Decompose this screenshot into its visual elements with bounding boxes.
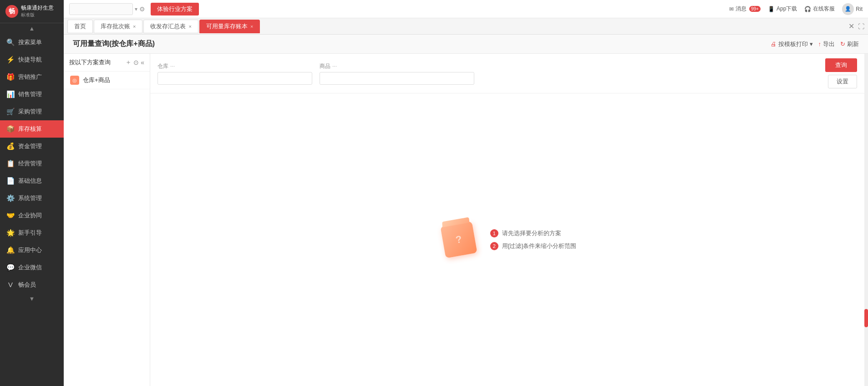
cart-icon: 🛒 (6, 108, 15, 116)
expand-tabs-button[interactable]: ⛶ (858, 23, 864, 30)
warehouse-filter-field: 仓库 ··· (157, 62, 312, 85)
sidebar-item-label: 畅会员 (18, 281, 36, 289)
empty-illustration (438, 219, 479, 260)
topbar-search-input[interactable] (69, 3, 133, 15)
scrollbar-thumb[interactable] (864, 309, 868, 327)
tab-home[interactable]: 首页 (67, 20, 93, 33)
page-header: 可用量查询(按仓库+商品) 🖨 按模板打印 ▾ ↑ 导出 ↻ 刷新 (64, 35, 868, 54)
app-download-label: App下载 (777, 5, 797, 13)
tab-available-qty[interactable]: 可用量库存账本 × (199, 20, 260, 33)
manage-scheme-button[interactable]: ⊙ (133, 59, 139, 66)
sidebar-item-quick-nav[interactable]: ⚡ 快捷导航 (0, 51, 64, 68)
chat-icon: 💬 (6, 263, 15, 272)
sidebar-item-basic[interactable]: 📄 基础信息 (0, 172, 64, 190)
app-name: 畅康通好生意 (21, 5, 54, 12)
headset-icon: 🎧 (804, 6, 811, 12)
empty-box-graphic (440, 221, 477, 258)
topbar-right-actions: ✉ 消息 99+ 📱 App下载 🎧 在线客服 👤 Rit (729, 3, 863, 15)
right-panel: 仓库 ··· 商品 ··· 查询 设置 (150, 54, 864, 386)
hint-num-1: 1 (490, 229, 498, 237)
left-panel-header-actions: ＋ ⊙ « (125, 58, 144, 67)
sidebar-item-cooperation[interactable]: 🤝 企业协同 (0, 207, 64, 224)
refresh-icon: ↻ (840, 41, 845, 47)
tabs-right-actions: ✕ ⛶ (848, 22, 864, 31)
money-icon: 💰 (6, 142, 15, 150)
scheme-item-warehouse-product[interactable]: ◎ 仓库+商品 (64, 72, 150, 89)
message-button[interactable]: ✉ 消息 99+ (729, 5, 761, 13)
sidebar-item-label: 企业微信 (18, 263, 42, 272)
app-download-button[interactable]: 📱 App下载 (768, 5, 797, 13)
sidebar-item-purchase[interactable]: 🛒 采购管理 (0, 103, 64, 120)
empty-state: 1 请先选择要分析的方案 2 用[过滤]条件来缩小分析范围 (150, 93, 864, 386)
sidebar-item-label: 搜索菜单 (18, 38, 42, 46)
export-icon: ↑ (818, 41, 822, 47)
tab-stock-summary[interactable]: 收发存汇总表 × (143, 20, 198, 33)
main-area: ▾ ⚙ 体验行业方案 ✉ 消息 99+ 📱 App下载 🎧 在线客服 👤 (64, 0, 868, 386)
topbar-settings-icon[interactable]: ⚙ (139, 5, 145, 13)
sidebar-item-label: 系统管理 (18, 194, 42, 202)
tab-inventory-batch-close-icon[interactable]: × (133, 24, 136, 29)
product-filter-input[interactable] (320, 72, 474, 85)
topbar-chevron-icon[interactable]: ▾ (135, 6, 137, 12)
scroll-up-btn[interactable]: ▲ (0, 23, 64, 34)
sidebar-item-marketing[interactable]: 🎁 营销推广 (0, 68, 64, 86)
empty-hints-list: 1 请先选择要分析的方案 2 用[过滤]条件来缩小分析范围 (490, 229, 576, 250)
sidebar-item-search[interactable]: 🔍 搜索菜单 (0, 34, 64, 51)
sidebar-logo: 畅 畅康通好生意 标准版 (0, 0, 64, 23)
message-count-badge: 99+ (749, 6, 761, 12)
avatar: 👤 (842, 3, 854, 15)
hint-num-2: 2 (490, 242, 498, 250)
page-header-actions: 🖨 按模板打印 ▾ ↑ 导出 ↻ 刷新 (771, 40, 859, 48)
warehouse-filter-label: 仓库 ··· (157, 62, 312, 70)
sidebar-item-finance[interactable]: 💰 资金管理 (0, 138, 64, 155)
warehouse-filter-input[interactable] (157, 72, 312, 85)
add-scheme-button[interactable]: ＋ (125, 58, 132, 67)
app-version: 标准版 (21, 12, 54, 18)
close-all-tabs-button[interactable]: ✕ (848, 22, 854, 31)
scroll-down-btn[interactable]: ▼ (0, 293, 64, 304)
left-panel-header: 按以下方案查询 ＋ ⊙ « (64, 54, 150, 72)
phone-icon: 📱 (768, 6, 775, 12)
tab-available-qty-close-icon[interactable]: × (250, 24, 253, 29)
export-button[interactable]: ↑ 导出 (818, 40, 835, 48)
print-template-button[interactable]: 🖨 按模板打印 ▾ (771, 40, 813, 48)
sidebar-item-newbie[interactable]: 🌟 新手引导 (0, 224, 64, 242)
sidebar-item-label: 资金管理 (18, 142, 42, 150)
sidebar-item-operations[interactable]: 📋 经营管理 (0, 155, 64, 172)
refresh-button[interactable]: ↻ 刷新 (840, 40, 859, 48)
query-button[interactable]: 查询 (825, 58, 857, 72)
message-label: 消息 (736, 5, 746, 13)
trial-industry-button[interactable]: 体验行业方案 (151, 3, 199, 15)
filter-actions: 查询 设置 (825, 58, 857, 88)
tab-inventory-batch-label: 库存批次账 (101, 22, 130, 31)
box-icon: 📦 (6, 125, 15, 133)
warehouse-label-text: 仓库 (157, 62, 168, 70)
filter-bar: 仓库 ··· 商品 ··· 查询 设置 (150, 54, 864, 93)
tab-home-label: 首页 (74, 22, 86, 31)
topbar-search-area: ▾ ⚙ (69, 3, 145, 15)
sidebar-item-label: 经营管理 (18, 160, 42, 168)
collapse-panel-button[interactable]: « (141, 59, 144, 66)
customer-service-button[interactable]: 🎧 在线客服 (804, 5, 835, 13)
sidebar-item-member[interactable]: V 畅会员 (0, 276, 64, 293)
tab-inventory-batch[interactable]: 库存批次账 × (94, 20, 142, 33)
settings-button[interactable]: 设置 (828, 75, 857, 88)
sidebar-item-inventory[interactable]: 📦 库存核算 (0, 120, 64, 138)
tab-stock-summary-close-icon[interactable]: × (188, 24, 191, 29)
sidebar-item-label: 库存核算 (18, 125, 42, 133)
sidebar-item-wechat[interactable]: 💬 企业微信 (0, 259, 64, 276)
print-chevron-icon[interactable]: ▾ (810, 41, 813, 47)
sidebar-item-sales[interactable]: 📊 销售管理 (0, 86, 64, 103)
product-more-button[interactable]: ··· (332, 63, 337, 69)
content-area: 按以下方案查询 ＋ ⊙ « ◎ 仓库+商品 仓库 ··· (64, 54, 868, 386)
user-profile-button[interactable]: 👤 Rit (842, 3, 863, 15)
page-scrollbar[interactable] (864, 54, 868, 386)
doc-icon: 📄 (6, 177, 15, 185)
sidebar-item-label: 应用中心 (18, 246, 42, 254)
warehouse-more-button[interactable]: ··· (170, 63, 175, 69)
sidebar-item-system[interactable]: ⚙️ 系统管理 (0, 190, 64, 207)
sidebar-item-apps[interactable]: 🔔 应用中心 (0, 242, 64, 259)
hint-text-2: 用[过滤]条件来缩小分析范围 (502, 242, 576, 250)
tab-available-qty-label: 可用量库存账本 (206, 22, 248, 31)
message-icon: ✉ (729, 6, 734, 12)
